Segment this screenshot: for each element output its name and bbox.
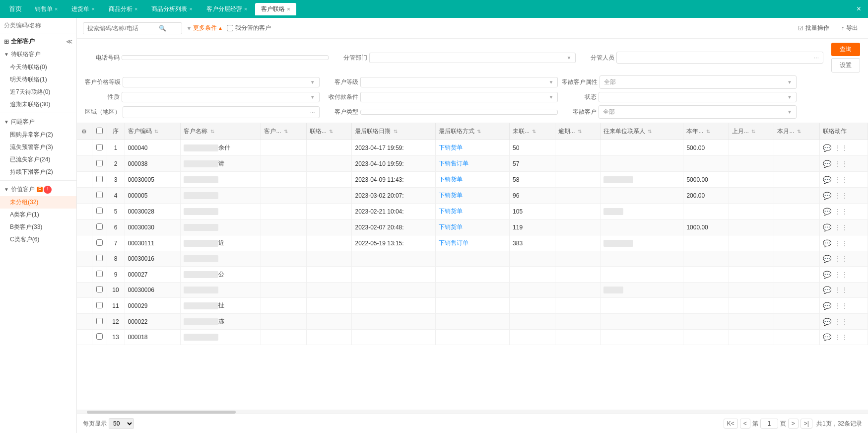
th-contact[interactable]: 联络... ⇅ bbox=[306, 123, 352, 140]
page-size-select[interactable]: 50 10 20 100 bbox=[109, 418, 134, 429]
sidebar-item-churn-warning[interactable]: 流失预警客户(3) bbox=[0, 141, 76, 153]
th-overdue[interactable]: 逾期... ⇅ bbox=[555, 123, 601, 140]
reset-button[interactable]: 设置 bbox=[831, 58, 860, 72]
contact-phone-icon[interactable]: 💬 bbox=[823, 239, 831, 247]
group-problem-customers[interactable]: ▼ 问题客户 bbox=[0, 115, 76, 129]
th-name[interactable]: 客户名称 ⇅ bbox=[181, 123, 261, 140]
nav-tab-sales[interactable]: 销售单 × bbox=[29, 3, 64, 15]
scrollbar-thumb[interactable] bbox=[87, 411, 236, 414]
contact-phone-icon[interactable]: 💬 bbox=[823, 333, 831, 341]
row-checkbox[interactable] bbox=[96, 223, 103, 230]
td-last-contact-method[interactable]: 下销货单 bbox=[435, 188, 509, 204]
td-last-contact-method[interactable]: 下销售订单 bbox=[435, 235, 509, 251]
td-last-contact-method[interactable] bbox=[435, 267, 509, 283]
td-last-contact-method[interactable] bbox=[435, 314, 509, 330]
more-action-icon[interactable]: ⋮⋮ bbox=[834, 318, 848, 326]
contact-phone-icon[interactable]: 💬 bbox=[823, 208, 831, 216]
contact-phone-icon[interactable]: 💬 bbox=[823, 302, 831, 310]
td-check[interactable] bbox=[92, 235, 107, 251]
td-check[interactable] bbox=[92, 188, 107, 204]
contact-phone-icon[interactable]: 💬 bbox=[823, 192, 831, 200]
more-action-icon[interactable]: ⋮⋮ bbox=[834, 271, 848, 279]
close-customer-contact-tab[interactable]: × bbox=[287, 6, 290, 12]
th-unit-contact[interactable]: 往来单位联系人 ⇅ bbox=[601, 123, 683, 140]
my-customers-checkbox[interactable] bbox=[227, 25, 233, 31]
all-customers-header[interactable]: ⊞ 全部客户 ≪ bbox=[0, 33, 76, 48]
row-checkbox[interactable] bbox=[96, 271, 103, 277]
td-check[interactable] bbox=[92, 298, 107, 314]
row-checkbox[interactable] bbox=[96, 144, 103, 150]
contact-phone-icon[interactable]: 💬 bbox=[823, 160, 831, 168]
contact-phone-icon[interactable]: 💬 bbox=[823, 176, 831, 184]
td-last-contact-method[interactable]: 下销货单 bbox=[435, 204, 509, 219]
contact-phone-icon[interactable]: 💬 bbox=[823, 271, 831, 279]
search-icon[interactable]: 🔍 bbox=[159, 25, 166, 32]
row-checkbox[interactable] bbox=[96, 239, 103, 246]
th-code[interactable]: 客户编码 ⇅ bbox=[125, 123, 181, 140]
manager-input[interactable]: ··· bbox=[616, 52, 823, 64]
sidebar-item-ungrouped[interactable]: 未分组(32) bbox=[0, 196, 76, 209]
export-btn[interactable]: ↑ 导出 bbox=[837, 22, 862, 34]
row-checkbox[interactable] bbox=[96, 286, 103, 292]
batch-ops-btn[interactable]: ☑ 批量操作 bbox=[794, 22, 833, 34]
contact-phone-icon[interactable]: 💬 bbox=[823, 144, 831, 152]
scatter-customer-select[interactable]: 全部 ▼ bbox=[599, 105, 797, 119]
my-customers-filter[interactable]: 我分管的客户 bbox=[227, 24, 271, 32]
contact-phone-icon[interactable]: 💬 bbox=[823, 318, 831, 326]
th-check[interactable] bbox=[92, 123, 107, 140]
row-checkbox[interactable] bbox=[96, 302, 103, 308]
close-sales-tab[interactable]: × bbox=[55, 6, 58, 12]
search-input[interactable] bbox=[87, 25, 157, 32]
horizontal-scrollbar[interactable] bbox=[77, 410, 868, 414]
sidebar-item-tomorrow[interactable]: 明天待联络(1) bbox=[0, 73, 76, 86]
scatter-attr-select[interactable]: 全部 ▼ bbox=[600, 75, 797, 89]
more-action-icon[interactable]: ⋮⋮ bbox=[834, 144, 848, 152]
sidebar-item-churned[interactable]: 已流失客户(24) bbox=[0, 153, 76, 166]
td-check[interactable] bbox=[92, 330, 107, 345]
nav-tab-customer-segment[interactable]: 客户分层经营 × bbox=[200, 3, 253, 15]
close-customer-segment-tab[interactable]: × bbox=[244, 6, 247, 12]
first-page-btn[interactable]: K< bbox=[724, 419, 738, 429]
region-select[interactable]: ··· bbox=[123, 106, 320, 118]
page-number-input[interactable] bbox=[760, 419, 778, 429]
td-check[interactable] bbox=[92, 219, 107, 235]
nav-tab-analysis[interactable]: 商品分析 × bbox=[103, 3, 143, 15]
dept-select[interactable]: ▼ bbox=[369, 53, 576, 63]
payment-select[interactable]: ▼ bbox=[360, 92, 558, 102]
nature-select[interactable]: ▼ bbox=[122, 92, 320, 102]
group-pending-contact[interactable]: ▼ 待联络客户 bbox=[0, 48, 76, 61]
sidebar-item-class-a[interactable]: A类客户(1) bbox=[0, 209, 76, 221]
row-checkbox[interactable] bbox=[96, 255, 103, 261]
price-level-select[interactable]: ▼ bbox=[123, 77, 320, 87]
td-check[interactable] bbox=[92, 204, 107, 219]
more-action-icon[interactable]: ⋮⋮ bbox=[834, 302, 848, 310]
search-button[interactable]: 查询 bbox=[831, 43, 860, 56]
row-checkbox[interactable] bbox=[96, 192, 103, 198]
td-check[interactable] bbox=[92, 172, 107, 188]
row-checkbox[interactable] bbox=[96, 208, 103, 214]
sidebar-search-input[interactable] bbox=[4, 22, 77, 29]
th-last-contact-method[interactable]: 最后联络方式 ⇅ bbox=[435, 123, 509, 140]
td-check[interactable] bbox=[92, 156, 107, 172]
last-page-btn[interactable]: >| bbox=[801, 419, 812, 429]
td-last-contact-method[interactable] bbox=[435, 283, 509, 298]
more-action-icon[interactable]: ⋮⋮ bbox=[834, 255, 848, 263]
td-last-contact-method[interactable]: 下销货单 bbox=[435, 140, 509, 156]
close-purchase-tab[interactable]: × bbox=[91, 6, 94, 12]
sidebar-item-today[interactable]: 今天待联络(0) bbox=[0, 61, 76, 73]
td-last-contact-method[interactable] bbox=[435, 298, 509, 314]
sidebar-item-7days[interactable]: 近7天待联络(0) bbox=[0, 86, 76, 98]
td-check[interactable] bbox=[92, 314, 107, 330]
more-action-icon[interactable]: ⋮⋮ bbox=[834, 333, 848, 341]
row-checkbox[interactable] bbox=[96, 160, 103, 166]
sidebar-item-class-c[interactable]: C类客户(6) bbox=[0, 233, 76, 246]
row-checkbox[interactable] bbox=[96, 333, 103, 340]
td-last-contact-method[interactable]: 下销货单 bbox=[435, 219, 509, 235]
row-checkbox[interactable] bbox=[96, 176, 103, 182]
row-checkbox[interactable] bbox=[96, 318, 103, 324]
more-action-icon[interactable]: ⋮⋮ bbox=[834, 239, 848, 247]
prev-page-btn[interactable]: < bbox=[740, 419, 750, 429]
th-last-contact-date[interactable]: 最后联络日期 ⇅ bbox=[352, 123, 435, 140]
td-last-contact-method[interactable] bbox=[435, 330, 509, 345]
th-this-year[interactable]: 本年... ⇅ bbox=[683, 123, 729, 140]
